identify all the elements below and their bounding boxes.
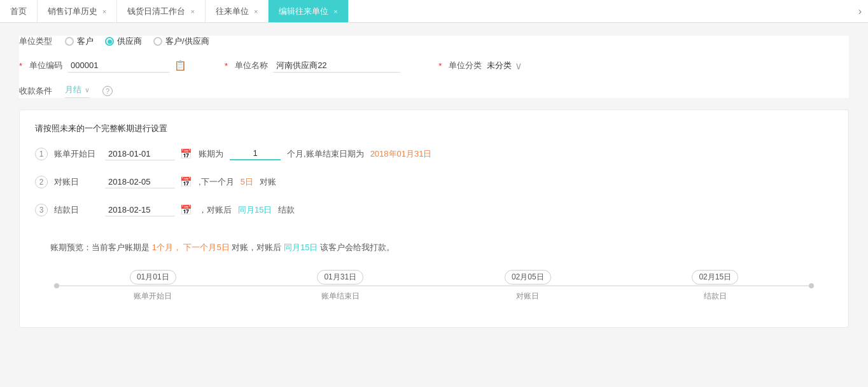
radio-supplier-label: 供应商: [117, 36, 142, 47]
tab-cash-work-close[interactable]: ×: [190, 8, 194, 15]
step3-date-group: 📅: [105, 204, 192, 216]
tab-edit-partner-label: 编辑往来单位: [279, 6, 328, 17]
tab-cash-work[interactable]: 钱货日清工作台 ×: [117, 0, 205, 22]
unit-code-group: * 单位编码 📋: [19, 59, 186, 73]
unit-code-input[interactable]: [67, 59, 169, 73]
payment-terms-arrow-icon: ∨: [85, 86, 90, 94]
node-label-1: 账单开始日: [134, 291, 172, 302]
preview-part2-suffix: 对账，对账后: [232, 243, 281, 252]
step1-unit-text: 个月,账单结束日期为: [287, 148, 364, 160]
unit-code-star: *: [19, 61, 22, 71]
tab-arrow[interactable]: ›: [852, 0, 868, 22]
tabs-bar: 首页 销售订单历史 × 钱货日清工作台 × 往来单位 × 编辑往来单位 × ›: [0, 0, 868, 23]
step-row-2: 2 对账日 📅 ,下一个月 5日 对账: [35, 176, 833, 188]
step1-calendar-icon[interactable]: 📅: [180, 148, 192, 160]
step-num-2: 2: [35, 176, 48, 188]
step1-middle-text: 账期为: [199, 148, 223, 160]
radio-customer-label: 客户: [77, 36, 94, 47]
radio-customer-circle: [65, 37, 74, 46]
timeline-container: 01月01日 账单开始日 01月31日 账单结束日 02月05日 对账日: [35, 264, 833, 314]
timeline-node-4: 02月15日 结款日: [692, 270, 738, 302]
timeline-left-dot: [54, 283, 59, 288]
step2-prefix-text: ,下一个月: [199, 176, 234, 188]
unit-name-label: 单位名称: [235, 60, 268, 71]
unit-code-label: 单位编码: [29, 60, 62, 71]
node-badge-3: 02月05日: [505, 270, 551, 285]
unit-classify-label: 单位分类: [449, 60, 482, 71]
step3-prefix-text: ，对账后: [199, 204, 232, 216]
step2-day-highlight: 5日: [241, 176, 253, 188]
tab-home-label: 首页: [10, 6, 27, 17]
unit-classify-group: * 单位分类 未分类 ∨: [438, 60, 522, 72]
step3-date-input[interactable]: [105, 204, 175, 216]
tab-edit-partner[interactable]: 编辑往来单位 ×: [269, 0, 348, 22]
main-content: 单位类型 客户 供应商 客户/供应商 * 单位编码: [0, 23, 868, 341]
payment-terms-label: 收款条件: [19, 85, 52, 97]
preview-label: 账期预览：当前客户账期是: [50, 243, 150, 252]
preview-section: 账期预览：当前客户账期是 1个月， 下一个月5日 对账，对账后 同月15日 该客…: [35, 232, 833, 264]
radio-both-label: 客户/供应商: [165, 36, 209, 47]
node-badge-2: 01月31日: [317, 270, 363, 285]
preview-part2: 下一个月5日: [183, 243, 229, 252]
classify-value: 未分类: [487, 60, 512, 71]
unit-type-row: 单位类型 客户 供应商 客户/供应商: [19, 36, 849, 47]
payment-terms-select[interactable]: 月结 ∨: [65, 84, 90, 98]
tab-edit-partner-close[interactable]: ×: [333, 8, 337, 15]
tab-partner-close[interactable]: ×: [254, 8, 258, 15]
step-num-1: 1: [35, 148, 48, 160]
payment-terms-row: 收款条件 月结 ∨ ?: [19, 84, 849, 98]
step1-date-group: 📅: [105, 148, 192, 160]
unit-classify-star: *: [438, 61, 442, 71]
step1-end-date: 2018年01月31日: [370, 148, 432, 160]
payment-terms-value: 月结: [65, 84, 81, 95]
tab-sales-order[interactable]: 销售订单历史 ×: [38, 0, 117, 22]
node-badge-1: 01月01日: [130, 270, 176, 285]
timeline-right-dot: [809, 283, 814, 288]
node-label-4: 结款日: [704, 291, 727, 302]
classify-select[interactable]: 未分类 ∨: [487, 60, 522, 72]
radio-supplier[interactable]: 供应商: [105, 36, 142, 47]
tab-partner-label: 往来单位: [216, 6, 249, 17]
form-section: 单位类型 客户 供应商 客户/供应商 * 单位编码: [19, 36, 849, 98]
node-label-2: 账单结束日: [321, 291, 360, 302]
unit-type-label: 单位类型: [19, 36, 52, 47]
radio-customer[interactable]: 客户: [65, 36, 94, 47]
unit-name-group: * 单位名称: [225, 59, 400, 73]
inner-card: 请按照未来的一个完整帐期进行设置 1 账单开始日 📅 账期为 个月,账单结束日期…: [19, 109, 849, 328]
tab-sales-order-label: 销售订单历史: [48, 6, 97, 17]
timeline-node-2: 01月31日 账单结束日: [317, 270, 363, 302]
step3-calendar-icon[interactable]: 📅: [180, 204, 192, 216]
tab-partner[interactable]: 往来单位 ×: [206, 0, 269, 22]
radio-both[interactable]: 客户/供应商: [153, 36, 209, 47]
code-name-row: * 单位编码 📋 * 单位名称 * 单位分类 未分类 ∨: [19, 59, 849, 73]
radio-supplier-circle: [105, 37, 114, 46]
preview-part1: 1个月，: [152, 243, 181, 252]
step-row-1: 1 账单开始日 📅 账期为 个月,账单结束日期为 2018年01月31日: [35, 147, 833, 160]
step-label-3: 结款日: [54, 204, 99, 216]
help-icon[interactable]: ?: [102, 86, 113, 96]
tab-home[interactable]: 首页: [0, 0, 38, 22]
step3-suffix-text: 结款: [278, 204, 295, 216]
radio-group: 客户 供应商 客户/供应商: [65, 36, 209, 47]
step1-date-input[interactable]: [105, 148, 175, 160]
unit-name-input[interactable]: [273, 59, 400, 73]
unit-name-star: *: [225, 61, 228, 71]
step1-period-input[interactable]: [230, 147, 281, 160]
node-label-3: 对账日: [516, 291, 539, 302]
timeline-node-3: 02月05日 对账日: [505, 270, 551, 302]
classify-arrow-icon: ∨: [515, 60, 522, 72]
step2-suffix-text: 对账: [260, 176, 276, 188]
copy-icon[interactable]: 📋: [174, 60, 186, 71]
step3-day-highlight: 同月15日: [238, 204, 272, 216]
step2-calendar-icon[interactable]: 📅: [180, 176, 192, 188]
step-row-3: 3 结款日 📅 ，对账后 同月15日 结款: [35, 204, 833, 216]
step-label-1: 账单开始日: [54, 148, 99, 160]
timeline-node-1: 01月01日 账单开始日: [130, 270, 176, 302]
step2-date-input[interactable]: [105, 176, 175, 188]
node-badge-4: 02月15日: [692, 270, 738, 285]
step-num-3: 3: [35, 204, 48, 216]
radio-both-circle: [153, 37, 162, 46]
tab-sales-order-close[interactable]: ×: [102, 8, 106, 15]
preview-part3-suffix: 该客户会给我打款。: [320, 243, 395, 252]
step2-date-group: 📅: [105, 176, 192, 188]
